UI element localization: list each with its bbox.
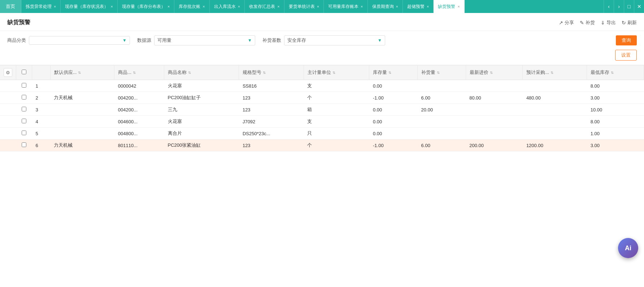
ai-assistant-button[interactable]: Ai (618, 238, 638, 258)
row-checkbox[interactable] (22, 107, 26, 111)
basis-filter-group: 补货基数 安全库存 ▼ (262, 35, 385, 45)
cell-checkbox[interactable] (16, 140, 32, 151)
tab-receipt-summary[interactable]: 收发存汇总表 × (245, 0, 284, 13)
cell-price (466, 104, 523, 116)
th-settings[interactable]: ⚙ (0, 65, 16, 80)
replenish-label: 补货 (586, 19, 595, 26)
cell-checkbox[interactable] (16, 116, 32, 128)
row-checkbox[interactable] (22, 131, 26, 135)
tab-restore[interactable]: □ (624, 0, 634, 13)
row-checkbox[interactable] (22, 119, 26, 123)
datasource-select-value: 可用量 (157, 37, 171, 44)
tab-shortage[interactable]: 缺货预警 × (434, 0, 464, 13)
tab-exception[interactable]: 拣货异常处理 × (21, 0, 61, 13)
basis-chevron-icon: ▼ (378, 38, 382, 43)
tab-scroll-right[interactable]: › (614, 0, 624, 13)
column-settings-btn[interactable]: ⚙ (4, 68, 12, 77)
tab-inventory-dist[interactable]: 现存量（库存分布表） × (118, 0, 174, 13)
replenish-button[interactable]: ✎ 补货 (580, 19, 595, 26)
table-row: 5004800...离合片DS250*23c...只0.001.00 (0, 128, 644, 140)
row-checkbox[interactable] (22, 95, 26, 100)
cell-inventory: 0.00 (369, 128, 418, 140)
cell-min-stock: 8.00 (587, 116, 644, 128)
th-latest-price-label: 最新进价 (470, 69, 488, 76)
refresh-icon: ↻ (622, 20, 626, 26)
select-all-checkbox[interactable] (22, 70, 26, 74)
row-checkbox[interactable] (22, 83, 26, 88)
sort-replenish-icon: ⇅ (437, 71, 440, 75)
tab-available-ledger[interactable]: 可用量库存账本 × (324, 0, 367, 13)
sort-spec-icon: ⇅ (263, 71, 266, 75)
th-product-name[interactable]: 商品名称 ⇅ (164, 65, 239, 80)
cell-min-stock: 8.00 (587, 80, 644, 92)
th-est-purchase[interactable]: 预计采购... ⇅ (523, 65, 587, 80)
cell-inventory: 0.00 (369, 104, 418, 116)
cell-code: 004200... (114, 104, 164, 116)
basis-select[interactable]: 安全库存 ▼ (284, 35, 385, 45)
cell-replenish (418, 128, 466, 140)
filter-bar: 商品分类 ▼ 数据源 可用量 ▼ 补货基数 安全库存 ▼ 查询 (0, 31, 644, 50)
tab-overstock[interactable]: 超储预警 × (403, 0, 434, 13)
cell-checkbox[interactable] (16, 128, 32, 140)
tab-demand-stats[interactable]: 要货单统计表 × (284, 0, 324, 13)
th-unit[interactable]: 主计量单位 ⇅ (304, 65, 369, 80)
refresh-button[interactable]: ↻ 刷新 (622, 19, 637, 26)
table-row: 3004200...三九123箱0.0020.0010.00 (0, 104, 644, 116)
tab-shortage-close[interactable]: × (457, 4, 460, 9)
query-button[interactable]: 查询 (616, 35, 637, 45)
cell-unit: 个 (304, 140, 369, 151)
export-button[interactable]: ⇓ 导出 (601, 19, 616, 26)
replenish-icon: ✎ (580, 20, 584, 26)
tab-inout-flow[interactable]: 出入库流水 × (210, 0, 245, 13)
cell-code: 004800... (114, 128, 164, 140)
tab-inventory-status-close[interactable]: × (110, 4, 113, 9)
cell-checkbox[interactable] (16, 92, 32, 104)
cell-price (466, 80, 523, 92)
th-inventory[interactable]: 库存量 ⇅ (369, 65, 418, 80)
tab-inout-flow-close[interactable]: × (238, 4, 240, 9)
share-icon: ↗ (559, 20, 563, 26)
tab-available-ledger-close[interactable]: × (361, 4, 363, 9)
th-spec[interactable]: 规格型号 ⇅ (239, 65, 304, 80)
tab-batch[interactable]: 库存批次账 × (174, 0, 209, 13)
th-min-stock[interactable]: 最低库存 ⇅ (587, 65, 644, 80)
th-checkbox[interactable] (16, 65, 32, 80)
cell-supplier: 力天机械 (50, 140, 114, 151)
th-latest-price[interactable]: 最新进价 ⇅ (466, 65, 523, 80)
tab-inventory-status[interactable]: 现存量（库存状况表） × (61, 0, 117, 13)
tab-inventory-dist-close[interactable]: × (167, 4, 170, 9)
tab-expiry-close[interactable]: × (396, 4, 398, 9)
tab-demand-stats-close[interactable]: × (317, 4, 319, 9)
th-replenish-qty[interactable]: 补货量 ⇅ (418, 65, 466, 80)
settings-button[interactable]: 设置 (615, 50, 637, 61)
cell-unit: 只 (304, 128, 369, 140)
category-select[interactable]: ▼ (29, 36, 130, 45)
tab-exception-label: 拣货异常处理 (26, 4, 52, 10)
cell-replenish: 20.00 (418, 104, 466, 116)
tab-exception-close[interactable]: × (54, 4, 56, 9)
tab-expiry[interactable]: 保质期查询 × (368, 0, 403, 13)
th-default-supplier[interactable]: 默认供应... ⇅ (50, 65, 114, 80)
cell-name: 火花塞 (164, 80, 239, 92)
tab-receipt-summary-close[interactable]: × (277, 4, 279, 9)
cell-checkbox[interactable] (16, 104, 32, 116)
tab-close-all[interactable]: ✕ (634, 0, 644, 13)
table-row: 4004600...火花塞J7092支0.008.00 (0, 116, 644, 128)
cell-rownum: 3 (32, 104, 51, 116)
filter-bar2: 设置 (0, 50, 644, 65)
datasource-select[interactable]: 可用量 ▼ (154, 35, 255, 45)
tab-batch-close[interactable]: × (203, 4, 205, 9)
export-icon: ⇓ (601, 20, 605, 26)
cell-checkbox[interactable] (16, 80, 32, 92)
cell-spec: 123 (239, 140, 304, 151)
table-row: 10000042火花塞SS816支0.008.00 (0, 80, 644, 92)
tab-scroll-left[interactable]: ‹ (604, 0, 614, 13)
category-chevron-icon: ▼ (122, 38, 127, 43)
tab-overstock-close[interactable]: × (427, 4, 429, 9)
datasource-label: 数据源 (137, 37, 151, 44)
cell-supplier (50, 80, 114, 92)
tab-home[interactable]: 首页 (0, 0, 21, 13)
share-button[interactable]: ↗ 分享 (559, 19, 574, 26)
th-product-code[interactable]: 商品... ⇅ (114, 65, 164, 80)
row-checkbox[interactable] (22, 142, 26, 147)
